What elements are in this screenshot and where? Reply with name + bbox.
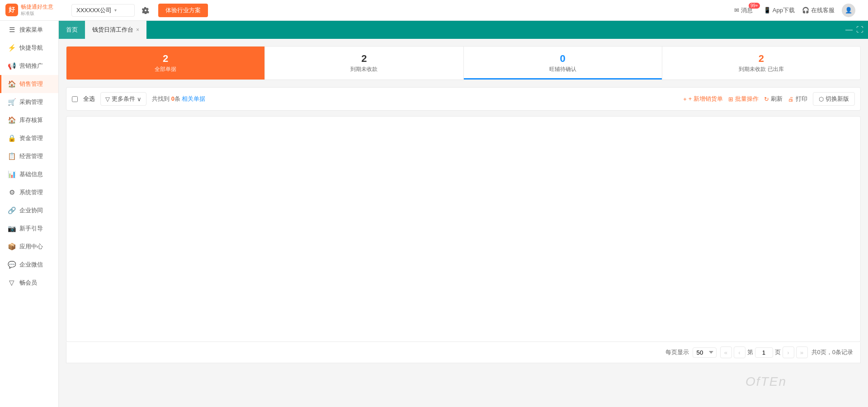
- sidebar-label-basic: 基础信息: [19, 170, 43, 178]
- pagination-bar: 每页显示 50 10 20 100 « ‹ 第 页 › » 共0页，0条记录: [66, 342, 861, 363]
- last-page-button[interactable]: »: [796, 346, 808, 358]
- settings-button[interactable]: [138, 3, 153, 18]
- stat-count-overdue: 2: [274, 53, 454, 65]
- per-page-select[interactable]: 50 10 20 100: [693, 347, 717, 358]
- app-download-label: App下载: [773, 6, 795, 14]
- tab-bar-actions: — ⛶: [845, 21, 868, 39]
- stat-count-wangwang: 0: [473, 53, 653, 65]
- page-number-input[interactable]: [755, 347, 773, 358]
- toolbar-right: + + 新增销货单 ⊞ 批量操作 ↻ 刷新 🖨 打印 ⬡ 切换新版: [683, 92, 855, 106]
- tab-maximize-icon[interactable]: ⛶: [856, 26, 863, 34]
- sidebar-item-system[interactable]: ⚙ 系统管理: [0, 183, 58, 201]
- stat-card-all[interactable]: 2 全部单据: [66, 47, 265, 80]
- online-service-label: 在线客服: [811, 6, 835, 14]
- inventory-icon: 🏠: [8, 116, 16, 124]
- stat-underline-all: [66, 78, 264, 80]
- page-suffix: 页: [775, 348, 781, 356]
- select-all-checkbox[interactable]: [72, 96, 78, 102]
- header-right: ✉ 消息 99+ 📱 App下载 🎧 在线客服 👤: [731, 4, 863, 17]
- sidebar-item-inventory[interactable]: 🏠 库存核算: [0, 111, 58, 129]
- sidebar-label-operations: 经营管理: [19, 152, 43, 160]
- stat-card-wangwang[interactable]: 0 旺辅待确认: [464, 47, 662, 80]
- logo-icon: 好: [5, 4, 18, 16]
- page-prefix: 第: [747, 348, 753, 356]
- sidebar-item-basic[interactable]: 📊 基础信息: [0, 165, 58, 183]
- member-icon: ▽: [8, 279, 16, 287]
- tab-minimize-icon[interactable]: —: [845, 26, 853, 34]
- switch-version-button[interactable]: ⬡ 切换新版: [813, 92, 855, 106]
- stat-label-all: 全部单据: [75, 65, 255, 73]
- sidebar-item-search-menu[interactable]: ☰ 搜索菜单: [0, 21, 58, 39]
- sidebar-item-sales[interactable]: 🏠 销售管理: [0, 75, 58, 93]
- online-service-button[interactable]: 🎧 在线客服: [802, 6, 835, 14]
- sidebar-label-guide: 新手引导: [19, 225, 43, 233]
- system-icon: ⚙: [8, 188, 16, 196]
- sidebar-label-quick-nav: 快捷导航: [19, 44, 43, 52]
- sidebar-label-search-menu: 搜索菜单: [19, 26, 43, 34]
- print-button[interactable]: 🖨 打印: [788, 95, 807, 103]
- first-page-button[interactable]: «: [720, 346, 732, 358]
- purchase-icon: 🛒: [8, 98, 16, 106]
- company-selector[interactable]: XXXXXX公司 ▾: [71, 4, 135, 17]
- tab-bar: 首页 钱货日清工作台 × — ⛶: [59, 21, 868, 39]
- finance-icon: 🔒: [8, 134, 16, 142]
- sidebar-label-member: 畅会员: [19, 279, 37, 287]
- guide-icon: 📷: [8, 225, 16, 233]
- refresh-button[interactable]: ↻ 刷新: [764, 95, 783, 103]
- tab-close-icon[interactable]: ×: [136, 27, 139, 33]
- prev-page-button[interactable]: ‹: [734, 346, 745, 358]
- operations-icon: 📋: [8, 152, 16, 160]
- found-text: 共找到 0条 相关单据: [152, 95, 205, 103]
- message-button[interactable]: ✉ 消息 99+: [731, 6, 756, 14]
- sidebar-item-wechat[interactable]: 💬 企业微信: [0, 256, 58, 274]
- batch-icon: ⊞: [728, 96, 733, 103]
- chevron-down-icon: ▾: [114, 8, 117, 13]
- sidebar-label-finance: 资金管理: [19, 134, 43, 142]
- page-nav: « ‹ 第 页 › »: [720, 346, 808, 358]
- sidebar-item-guide[interactable]: 📷 新手引导: [0, 220, 58, 238]
- stat-count-all: 2: [75, 53, 255, 65]
- add-sales-order-button[interactable]: + + 新增销货单: [683, 95, 723, 103]
- sidebar-item-finance[interactable]: 🔒 资金管理: [0, 129, 58, 147]
- tab-work[interactable]: 钱货日清工作台 ×: [85, 21, 146, 39]
- refresh-icon: ↻: [764, 96, 769, 103]
- sidebar-label-inventory: 库存核算: [19, 116, 43, 124]
- sidebar-label-sales: 销售管理: [19, 80, 43, 88]
- sidebar-item-member[interactable]: ▽ 畅会员: [0, 274, 58, 292]
- avatar[interactable]: 👤: [842, 4, 855, 17]
- sidebar: ☰ 搜索菜单 ⚡ 快捷导航 📢 营销推广 🏠 销售管理 🛒 采购管理 🏠 库存核…: [0, 21, 59, 407]
- sidebar-item-collab[interactable]: 🔗 企业协同: [0, 201, 58, 220]
- apps-icon: 📦: [8, 243, 16, 251]
- stat-underline-wangwang: [464, 78, 662, 80]
- content-area: [66, 116, 861, 342]
- sidebar-item-purchase[interactable]: 🛒 采购管理: [0, 93, 58, 111]
- filter-button[interactable]: ▽ 更多条件 ∨: [100, 92, 146, 106]
- message-icon: ✉: [734, 7, 739, 14]
- tab-home[interactable]: 首页: [59, 21, 85, 39]
- sidebar-item-operations[interactable]: 📋 经营管理: [0, 147, 58, 165]
- next-page-button[interactable]: ›: [783, 346, 794, 358]
- sidebar-label-purchase: 采购管理: [19, 98, 43, 106]
- app-version: 标准版: [21, 10, 53, 17]
- sidebar-item-marketing[interactable]: 📢 营销推广: [0, 57, 58, 75]
- sidebar-item-quick-nav[interactable]: ⚡ 快捷导航: [0, 39, 58, 57]
- stat-count-overdue-out: 2: [671, 53, 851, 65]
- stat-card-overdue[interactable]: 2 到期未收款: [265, 47, 463, 80]
- app-download-button[interactable]: 📱 App下载: [764, 6, 795, 14]
- search-menu-icon: ☰: [8, 26, 16, 34]
- top-header: 好 畅捷通好生意 标准版 XXXXXX公司 ▾ 体验行业方案 ✉ 消息 99+ …: [0, 0, 868, 21]
- app-name: 畅捷通好生意: [21, 4, 53, 10]
- filter-chevron-icon: ∨: [137, 96, 142, 103]
- sidebar-item-apps[interactable]: 📦 应用中心: [0, 238, 58, 256]
- page-total: 共0页，0条记录: [811, 348, 853, 356]
- stat-card-overdue-out[interactable]: 2 到期未收款 已出库: [662, 47, 860, 80]
- sidebar-label-wechat: 企业微信: [19, 261, 43, 269]
- sidebar-label-system: 系统管理: [19, 188, 43, 196]
- home-tab-label: 首页: [66, 26, 78, 34]
- batch-operation-button[interactable]: ⊞ 批量操作: [728, 95, 759, 103]
- experience-button[interactable]: 体验行业方案: [158, 4, 208, 17]
- print-icon: 🖨: [788, 96, 794, 103]
- collab-icon: 🔗: [8, 206, 16, 215]
- select-all-label: 全选: [83, 95, 95, 103]
- add-icon: +: [683, 96, 687, 103]
